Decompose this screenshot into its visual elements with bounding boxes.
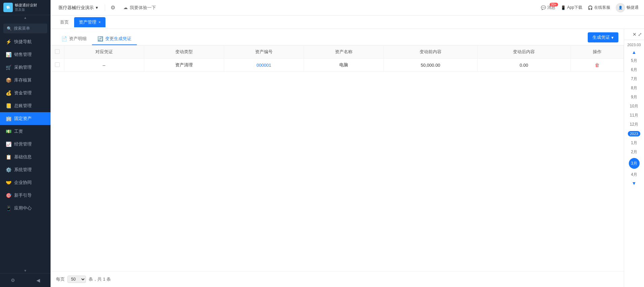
month-5[interactable]: 5月 (624, 56, 644, 65)
sub-tabs: 📄 资产明细 🔄 变更生成凭证 生成凭证 ▾ (51, 29, 624, 45)
topbar: 医疗器械行业演示 ▾ ⚙ ☁ 我要体验一下 💬 消息 99+ 📱 App下载 🎧… (51, 0, 644, 15)
payroll-icon: 💵 (5, 129, 11, 134)
settings-button[interactable]: ⚙ (9, 276, 17, 284)
sidebar-item-app-center[interactable]: 📱 应用中心 (0, 202, 51, 215)
sub-tab-change-voucher-label: 变更生成凭证 (105, 36, 131, 42)
sidebar-item-basic-info[interactable]: 📋 基础信息 (0, 151, 51, 163)
generate-voucher-button[interactable]: 生成凭证 ▾ (588, 32, 618, 42)
right-panel: ✕ ⤢ 2023.03 ▲ 5月 6月 7月 8月 (624, 29, 644, 287)
sub-tab-asset-detail[interactable]: 📄 资产明细 (56, 33, 92, 45)
sidebar-item-system-label: 系统管理 (14, 167, 32, 173)
row-after-change: 0.00 (477, 59, 571, 72)
sidebar-item-cooperation[interactable]: 🤝 企业协同 (0, 176, 51, 189)
sidebar-item-fixed-assets-label: 固定资产 (14, 116, 32, 122)
col-header-checkbox (51, 45, 64, 59)
scroll-up-btn[interactable]: ▲ (0, 15, 51, 20)
collapse-button[interactable]: ◀ (35, 276, 41, 284)
per-page-label: 每页 (56, 276, 65, 282)
row-checkbox[interactable] (55, 62, 60, 67)
panel-expand-button[interactable]: ⤢ (638, 32, 642, 37)
sidebar-search-box[interactable]: 🔍 搜索菜单 (3, 24, 47, 33)
sidebar-item-quick-nav[interactable]: ⚡ 快捷导航 (0, 35, 51, 48)
topbar-right: 💬 消息 99+ 📱 App下载 🎧 在线客服 👤 畅捷通 (541, 3, 639, 12)
company-selector[interactable]: 医疗器械行业演示 ▾ (56, 3, 101, 12)
sidebar-item-guide[interactable]: 🎯 新手引导 (0, 189, 51, 202)
sidebar-nav: 🔍 搜索菜单 ⚡ 快捷导航 📊 销售管理 🛒 采购管理 📦 库存核算 💰 资金管… (0, 20, 51, 268)
month-12[interactable]: 12月 (624, 120, 644, 129)
sidebar-item-inventory-label: 库存核算 (14, 77, 32, 83)
app-download-button[interactable]: 📱 App下载 (561, 5, 582, 10)
sidebar-item-inventory[interactable]: 📦 库存核算 (0, 74, 51, 87)
generate-voucher-label: 生成凭证 (592, 34, 610, 40)
sidebar-item-cooperation-label: 企业协同 (14, 180, 32, 186)
col-header-after-change: 变动后内容 (477, 45, 571, 59)
sidebar-item-operations[interactable]: 📈 经营管理 (0, 138, 51, 151)
timeline-scroll-down[interactable]: ▼ (624, 179, 644, 187)
scroll-down-btn[interactable]: ▼ (0, 268, 51, 273)
tab-asset-management[interactable]: 资产管理 × (74, 17, 105, 27)
user-menu[interactable]: 👤 畅捷通 (616, 3, 639, 12)
sidebar-item-payroll[interactable]: 💵 工资 (0, 125, 51, 138)
per-page-select[interactable]: 50 10 20 100 (67, 276, 86, 283)
app-download-label: App下载 (567, 5, 582, 10)
app-logo-icon: 畅 (3, 3, 13, 12)
row-asset-name: 电脑 (304, 59, 384, 72)
content-area: 📄 资产明细 🔄 变更生成凭证 生成凭证 ▾ (51, 29, 644, 287)
sidebar-item-fixed-assets[interactable]: 🏢 固定资产 (0, 112, 51, 125)
row-asset-code[interactable]: 000001 (224, 59, 304, 72)
generate-dropdown-icon: ▾ (611, 35, 614, 40)
table-wrapper: 对应凭证 变动类型 资产编号 资产名称 (51, 45, 624, 271)
month-10[interactable]: 10月 (624, 102, 644, 111)
row-before-change: 50,000.00 (384, 59, 477, 72)
month-11[interactable]: 11月 (624, 111, 644, 120)
timeline-scroll-up[interactable]: ▲ (624, 48, 644, 56)
tab-home[interactable]: 首页 (56, 17, 73, 27)
sidebar-item-sales-label: 销售管理 (14, 52, 32, 58)
sub-tab-change-voucher[interactable]: 🔄 变更生成凭证 (92, 33, 137, 45)
panel-close-button[interactable]: ✕ (633, 32, 637, 37)
month-9[interactable]: 9月 (624, 93, 644, 102)
month-2[interactable]: 2月 (624, 148, 644, 157)
table-row: -- 资产清理 000001 电脑 (51, 59, 624, 72)
sidebar-item-purchase[interactable]: 🛒 采购管理 (0, 61, 51, 74)
current-year-badge: 2023 (628, 131, 640, 136)
online-service-button[interactable]: 🎧 在线客服 (588, 5, 610, 10)
col-header-asset-name: 资产名称 (304, 45, 384, 59)
sidebar-item-guide-label: 新手引导 (14, 192, 32, 198)
month-7[interactable]: 7月 (624, 74, 644, 84)
message-button[interactable]: 💬 消息 99+ (541, 5, 555, 10)
basic-info-icon: 📋 (5, 154, 11, 160)
sidebar-item-funds[interactable]: 💰 资金管理 (0, 87, 51, 99)
sidebar-item-app-center-label: 应用中心 (14, 205, 32, 211)
month-4[interactable]: 4月 (624, 170, 644, 179)
sidebar-logo: 畅 畅捷通好业财 普及版 (0, 0, 51, 15)
delete-row-button[interactable]: 🗑 (595, 62, 600, 68)
settings-gear-button[interactable]: ⚙ (109, 3, 117, 12)
total-count: 条，共 1 条 (89, 276, 111, 282)
month-1[interactable]: 1月 (624, 138, 644, 148)
row-voucher: -- (64, 59, 144, 72)
tab-close-button[interactable]: × (98, 20, 101, 25)
right-panel-header: ✕ ⤢ (624, 29, 644, 40)
online-service-label: 在线客服 (594, 5, 610, 10)
cloud-icon: ☁ (123, 5, 128, 10)
fixed-assets-icon: 🏢 (5, 116, 11, 121)
experience-label: 我要体验一下 (130, 5, 156, 11)
experience-button[interactable]: ☁ 我要体验一下 (121, 3, 159, 12)
month-8[interactable]: 8月 (624, 84, 644, 93)
select-all-checkbox[interactable] (55, 49, 60, 54)
sidebar-item-ledger[interactable]: 📒 总账管理 (0, 99, 51, 112)
col-header-voucher: 对应凭证 (64, 45, 144, 59)
timeline: 2023.03 ▲ 5月 6月 7月 8月 9月 (624, 40, 644, 287)
sidebar-item-sales[interactable]: 📊 销售管理 (0, 48, 51, 61)
sidebar-item-quick-nav-label: 快捷导航 (14, 39, 32, 45)
col-header-before-change: 变动前内容 (384, 45, 477, 59)
sidebar-item-system[interactable]: ⚙️ 系统管理 (0, 163, 51, 176)
data-table: 对应凭证 变动类型 资产编号 资产名称 (51, 45, 624, 72)
main-area: 医疗器械行业演示 ▾ ⚙ ☁ 我要体验一下 💬 消息 99+ 📱 App下载 🎧… (51, 0, 644, 287)
month-3-active[interactable]: 3月 (629, 158, 640, 169)
month-6[interactable]: 6月 (624, 65, 644, 74)
row-change-type: 资产清理 (144, 59, 224, 72)
sidebar-item-operations-label: 经营管理 (14, 141, 32, 147)
sales-icon: 📊 (5, 52, 11, 57)
